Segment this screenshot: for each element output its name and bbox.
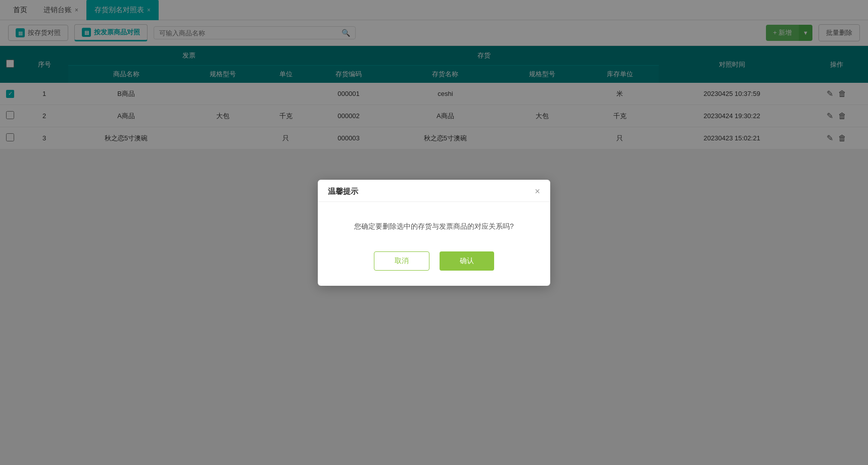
confirm-dialog: 温馨提示 × 您确定要删除选中的存货与发票商品的对应关系吗? 取消 确认: [318, 180, 550, 286]
dialog-close-icon[interactable]: ×: [535, 187, 540, 196]
modal-overlay: 温馨提示 × 您确定要删除选中的存货与发票商品的对应关系吗? 取消 确认: [0, 0, 868, 465]
dialog-body: 您确定要删除选中的存货与发票商品的对应关系吗?: [318, 202, 550, 246]
btn-confirm[interactable]: 确认: [440, 251, 494, 271]
btn-cancel[interactable]: 取消: [374, 251, 429, 271]
dialog-title: 温馨提示: [328, 187, 358, 196]
dialog-footer: 取消 确认: [318, 246, 550, 286]
dialog-header: 温馨提示 ×: [318, 180, 550, 202]
dialog-message: 您确定要删除选中的存货与发票商品的对应关系吗?: [354, 222, 514, 230]
